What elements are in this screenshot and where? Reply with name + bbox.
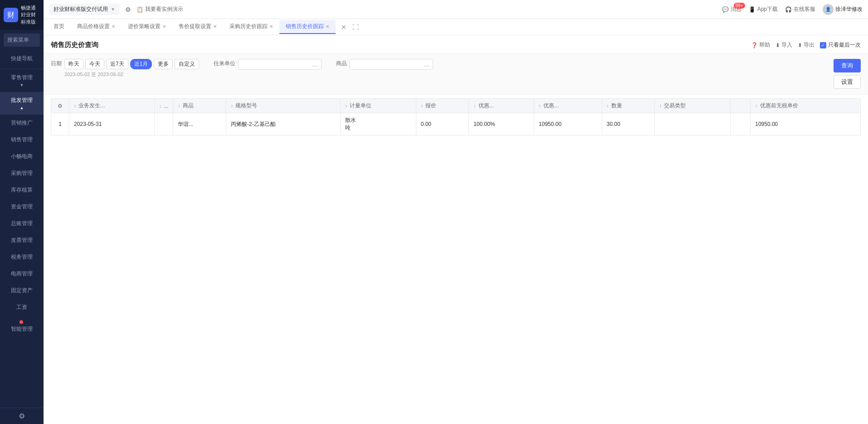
only-last-checkbox[interactable]: ✓ 只看最后一次 [820, 41, 861, 49]
th-spec-sort-icon[interactable]: ↕ [231, 103, 233, 108]
date-btn-custom[interactable]: 自定义 [175, 59, 199, 69]
cell-spacer [731, 113, 751, 135]
product-input[interactable] [354, 61, 422, 67]
sidebar-item-invoice[interactable]: 发票管理 [0, 232, 44, 249]
product-filter-label: 商品 [336, 59, 347, 67]
tab-purchase-strategy-close-icon[interactable]: ✕ [162, 24, 166, 29]
sidebar-item-ai[interactable]: 智能管理 [0, 316, 44, 337]
page-title: 销售历史价查询 [51, 41, 98, 49]
message-button[interactable]: 💬 消息 99+ [722, 5, 741, 13]
partner-dots-button[interactable]: ... [312, 61, 317, 68]
sidebar-item-tax[interactable]: 税务管理 [0, 249, 44, 265]
date-btn-today[interactable]: 今天 [85, 59, 104, 69]
tab-sale-price[interactable]: 售价提取设置 ✕ [172, 20, 223, 34]
sidebar-item-sales[interactable]: 销售管理 [0, 131, 44, 148]
sidebar-item-small-ecommerce[interactable]: 小畅电商 [0, 148, 44, 165]
date-btn-last1m[interactable]: 近1月 [130, 59, 152, 69]
app-download-button[interactable]: 📱 App下载 [749, 5, 778, 13]
cell-product: 华谊... [173, 113, 226, 135]
help-button[interactable]: ❓ 帮助 [751, 41, 770, 49]
settings-button[interactable]: 设置 [834, 75, 861, 89]
ecommerce-label: 电商管理 [11, 270, 33, 278]
version-selector[interactable]: 好业财标准版交付试用 ▼ [49, 4, 120, 15]
close-window-button[interactable]: ✕ [339, 23, 348, 32]
th-discount-pct-sort-icon[interactable]: ↕ [473, 103, 476, 108]
message-badge: 99+ [734, 3, 745, 9]
tax-label: 税务管理 [11, 253, 33, 261]
sidebar-item-retail[interactable]: 零售管理 ▼ [0, 69, 44, 92]
search-menu-button[interactable]: 搜索菜单 [4, 34, 40, 47]
date-btn-more[interactable]: 更多 [154, 59, 173, 69]
partner-filter: 往来单位 ... [214, 59, 322, 70]
sidebar-item-salary[interactable]: 工资 [0, 299, 44, 316]
message-icon: 💬 [722, 6, 729, 13]
topbar-settings-icon[interactable]: ⚙ [125, 6, 131, 13]
sidebar-logo: 财 畅捷通好业财 标准版 [0, 0, 44, 30]
user-menu[interactable]: 👤 徐泽华修改 [823, 4, 863, 15]
tab-purchase-history-close-icon[interactable]: ✕ [269, 24, 273, 29]
help-label: 帮助 [759, 41, 770, 49]
wholesale-sub-arrow: ▲ [20, 106, 24, 110]
demo-label: 我要看实例演示 [145, 5, 183, 13]
partner-input[interactable] [242, 61, 310, 67]
sidebar-search[interactable]: 搜索菜单 [0, 30, 44, 50]
sidebar: 财 畅捷通好业财 标准版 搜索菜单 快捷导航 零售管理 ▼ 批发管理 ▲ 营销推… [0, 0, 44, 424]
date-btn-last7[interactable]: 近7天 [106, 59, 128, 69]
tab-product-price[interactable]: 商品价格设置 ✕ [71, 20, 122, 34]
sidebar-item-wholesale[interactable]: 批发管理 ▲ [0, 92, 44, 115]
th-pre-tax-price: ↕ 优惠前无税单价 [751, 99, 861, 113]
sidebar-item-marketing[interactable]: 营销推广 [0, 115, 44, 131]
th-more-sort-icon[interactable]: ↕ [159, 104, 161, 109]
export-button[interactable]: ⬆ 导出 [798, 41, 814, 49]
sidebar-settings-icon[interactable]: ⚙ [19, 412, 25, 420]
tab-sale-price-close-icon[interactable]: ✕ [213, 24, 217, 29]
sidebar-item-inventory[interactable]: 库存核算 [0, 182, 44, 198]
import-icon: ⬇ [775, 42, 780, 48]
th-biz-date: ↕ 业务发生... [69, 99, 155, 113]
online-service-button[interactable]: 🎧 在线客服 [785, 5, 815, 13]
table-header: ⚙ ↕ 业务发生... ↕ ... ↕ 商品 [51, 99, 861, 113]
sidebar-item-ecommerce[interactable]: 电商管理 [0, 265, 44, 282]
th-tx-type-sort-icon[interactable]: ↕ [659, 103, 662, 108]
selector-arrow-icon: ▼ [111, 7, 115, 12]
sidebar-item-finance[interactable]: 资金管理 [0, 198, 44, 215]
online-service-icon: 🎧 [785, 6, 792, 13]
demo-button[interactable]: 📋 我要看实例演示 [137, 5, 183, 13]
th-unit-sort-icon[interactable]: ↕ [345, 103, 347, 108]
tab-sales-history-label: 销售历史价跟踪 [286, 23, 324, 30]
th-unit: ↕ 计量单位 [340, 99, 416, 113]
sidebar-item-quick-nav[interactable]: 快捷导航 [0, 50, 44, 67]
cell-pre-tax-price: 10950.00 [751, 113, 861, 135]
column-settings-icon[interactable]: ⚙ [58, 103, 63, 109]
th-discount-amt-sort-icon[interactable]: ↕ [539, 103, 541, 108]
maximize-window-button[interactable]: ⛶ [351, 23, 360, 32]
product-filter: 商品 ... [336, 59, 433, 70]
th-pre-tax-sort-icon[interactable]: ↕ [755, 103, 757, 108]
product-dots-button[interactable]: ... [424, 61, 429, 68]
import-button[interactable]: ⬇ 导入 [775, 41, 792, 49]
th-qty-sort-icon[interactable]: ↕ [607, 103, 609, 108]
cell-more [155, 113, 173, 135]
date-buttons: 昨天 今天 近7天 近1月 更多 自定义 [64, 59, 199, 69]
th-product-sort-icon[interactable]: ↕ [178, 103, 180, 108]
tab-sales-history[interactable]: 销售历史价跟踪 ✕ [279, 20, 336, 34]
date-btn-yesterday[interactable]: 昨天 [64, 59, 83, 69]
logo-text: 畅捷通好业财 标准版 [21, 5, 40, 25]
th-price-sort-icon[interactable]: ↕ [421, 103, 423, 108]
tab-purchase-strategy[interactable]: 进价策略设置 ✕ [122, 20, 172, 34]
tab-purchase-history[interactable]: 采购历史价跟踪 ✕ [223, 20, 279, 34]
th-biz-date-sort-icon[interactable]: ↕ [74, 103, 76, 108]
tab-home[interactable]: 首页 [47, 20, 71, 34]
content-area: 销售历史价查询 ❓ 帮助 ⬇ 导入 ⬆ 导出 ✓ 只看最后一次 [44, 35, 868, 424]
tab-product-price-close-icon[interactable]: ✕ [112, 24, 115, 29]
main-area: 好业财标准版交付试用 ▼ ⚙ 📋 我要看实例演示 💬 消息 99+ 📱 App下… [44, 0, 868, 424]
date-filter-label: 日期 [51, 59, 62, 67]
app-download-icon: 📱 [749, 6, 756, 13]
sidebar-item-purchase[interactable]: 采购管理 [0, 165, 44, 182]
th-more: ↕ ... [155, 99, 173, 113]
retail-sub-arrow: ▼ [20, 83, 24, 87]
tab-sales-history-close-icon[interactable]: ✕ [326, 24, 329, 29]
sidebar-item-ledger[interactable]: 总账管理 [0, 215, 44, 232]
sidebar-item-fixed-assets[interactable]: 固定资产 [0, 282, 44, 299]
query-button[interactable]: 查询 [834, 59, 861, 72]
